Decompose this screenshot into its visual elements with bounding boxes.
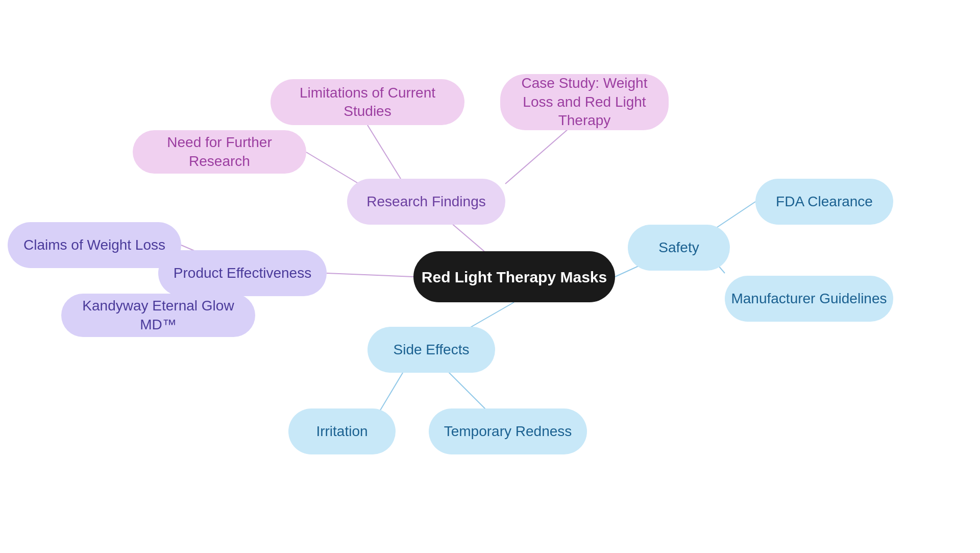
center-label: Red Light Therapy Masks xyxy=(416,267,612,287)
manufacturer-guidelines-label: Manufacturer Guidelines xyxy=(726,290,892,308)
kandyway-label: Kandyway Eternal Glow MD™ xyxy=(61,297,255,334)
need-further-label: Need for Further Research xyxy=(133,133,306,171)
svg-line-4 xyxy=(327,273,413,277)
temporary-redness-node: Temporary Redness xyxy=(429,408,587,454)
limitations-label: Limitations of Current Studies xyxy=(271,84,464,121)
irritation-label: Irritation xyxy=(311,422,373,441)
fda-clearance-label: FDA Clearance xyxy=(771,193,878,211)
side-effects-node: Side Effects xyxy=(368,327,495,373)
claims-weight-loss-label: Claims of Weight Loss xyxy=(18,236,170,254)
irritation-node: Irritation xyxy=(288,408,396,454)
case-study-label: Case Study: Weight Loss and Red Light Th… xyxy=(500,74,669,130)
svg-line-1 xyxy=(368,125,401,179)
product-effectiveness-node: Product Effectiveness xyxy=(158,250,327,296)
manufacturer-guidelines-node: Manufacturer Guidelines xyxy=(725,276,893,322)
safety-label: Safety xyxy=(653,238,704,257)
center-node: Red Light Therapy Masks xyxy=(413,251,615,302)
side-effects-label: Side Effects xyxy=(388,341,475,359)
research-findings-node: Research Findings xyxy=(347,179,505,225)
safety-node: Safety xyxy=(628,225,730,271)
research-findings-label: Research Findings xyxy=(361,193,491,211)
kandyway-node: Kandyway Eternal Glow MD™ xyxy=(61,294,255,337)
product-effectiveness-label: Product Effectiveness xyxy=(168,264,316,282)
fda-clearance-node: FDA Clearance xyxy=(755,179,893,225)
need-further-research-node: Need for Further Research xyxy=(133,130,306,174)
limitations-node: Limitations of Current Studies xyxy=(271,79,464,125)
claims-weight-loss-node: Claims of Weight Loss xyxy=(8,222,181,268)
temporary-redness-label: Temporary Redness xyxy=(439,422,577,441)
case-study-node: Case Study: Weight Loss and Red Light Th… xyxy=(500,74,669,130)
